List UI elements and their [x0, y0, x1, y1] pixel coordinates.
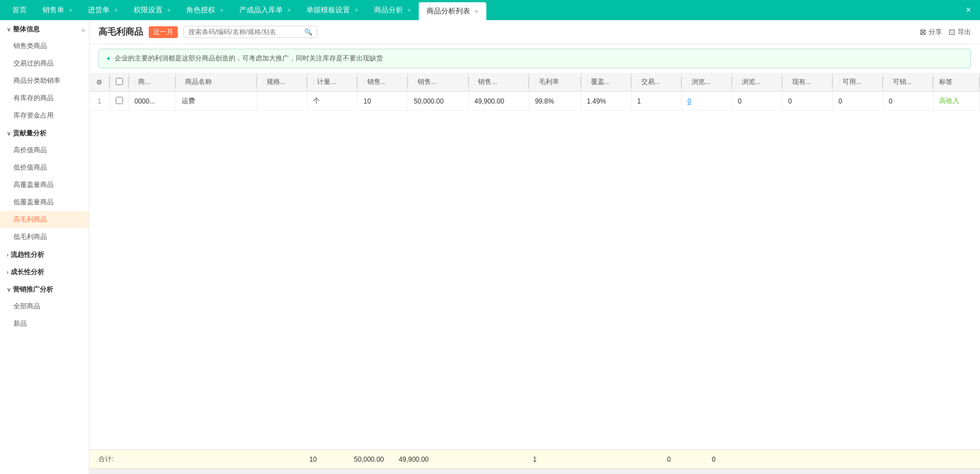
sidebar-item-low-margin[interactable]: 低毛利商品: [0, 228, 89, 246]
nav-template-settings[interactable]: 单据模板设置 ×: [299, 0, 366, 20]
window-close-button[interactable]: ×: [962, 5, 976, 15]
sort-icon[interactable]: :: [788, 79, 790, 85]
sort-icon[interactable]: :: [475, 79, 476, 85]
sidebar-item-stocked-goods[interactable]: 有库存的商品: [0, 90, 89, 107]
row-views2: 0: [732, 92, 782, 111]
footer-available-stock: 0: [706, 456, 751, 463]
main-layout: « ∨ 整体信息 销售类商品 交易过的商品 商品分类助销率 有库存的商品 库存资…: [0, 20, 980, 474]
nav-product-inbound[interactable]: 产成品入库单 ×: [231, 0, 299, 20]
sort-icon[interactable]: :: [637, 79, 639, 85]
sort-icon[interactable]: :: [263, 79, 264, 85]
table-row: 1 0000... 运费 个 10 50,000.00 49,900.00 99…: [89, 92, 980, 111]
row-index: 1: [89, 92, 110, 111]
sidebar-group-growth[interactable]: › 成长性分析: [0, 263, 89, 280]
col-unit: :计量...: [307, 73, 358, 92]
row-current-stock: 0: [782, 92, 832, 111]
footer-sales-amount: 50,000.00: [348, 456, 393, 463]
chevron-down-icon: ∨: [7, 26, 11, 32]
sidebar-item-high-margin[interactable]: 高毛利商品: [0, 211, 89, 228]
sort-icon[interactable]: :: [688, 79, 689, 85]
nav-permission-settings[interactable]: 权限设置 ×: [126, 0, 178, 20]
sidebar-group-overall[interactable]: ∨ 整体信息: [0, 20, 89, 37]
footer-label: 合计:: [98, 454, 113, 464]
search-icon[interactable]: 🔍: [304, 28, 313, 36]
col-spec: :规格...: [257, 73, 307, 92]
sort-icon[interactable]: :: [182, 79, 183, 85]
close-icon[interactable]: ×: [220, 7, 223, 13]
sidebar-item-new-goods[interactable]: 新品: [0, 315, 89, 332]
search-input[interactable]: [188, 28, 302, 36]
chevron-down-icon: ∨: [7, 130, 11, 137]
row-gross-margin: 99.8%: [529, 92, 581, 111]
sidebar-item-traded-goods[interactable]: 交易过的商品: [0, 55, 89, 72]
col-settings[interactable]: ⚙: [89, 73, 110, 92]
sidebar-item-low-value[interactable]: 低价值商品: [0, 159, 89, 176]
row-sales-qty: 10: [358, 92, 408, 111]
sidebar-group-contribution[interactable]: ∨ 贡献量分析: [0, 124, 89, 142]
search-box[interactable]: 🔍: [183, 26, 318, 38]
share-button[interactable]: ⊠ 分享: [920, 27, 942, 37]
close-icon[interactable]: ×: [287, 7, 291, 13]
close-icon[interactable]: ×: [69, 7, 72, 13]
row-checkbox[interactable]: [110, 92, 129, 111]
sidebar-collapse-button[interactable]: «: [78, 25, 89, 36]
col-sellable: :可销...: [883, 73, 933, 92]
col-views2: :浏览...: [732, 73, 782, 92]
row-tag: 高收入: [933, 92, 979, 111]
close-icon[interactable]: ×: [354, 7, 358, 13]
nav-sales-order[interactable]: 销售单 ×: [35, 0, 80, 20]
col-code: :商...: [129, 73, 176, 92]
sidebar-group-flow[interactable]: › 流趋性分析: [0, 246, 89, 263]
nav-home[interactable]: 首页: [4, 0, 35, 20]
sort-icon[interactable]: :: [587, 79, 589, 85]
nav-product-analysis[interactable]: 商品分析 ×: [366, 0, 419, 20]
row-select-checkbox[interactable]: [116, 97, 123, 104]
sort-icon[interactable]: :: [363, 79, 365, 85]
sort-icon[interactable]: :: [738, 79, 740, 85]
col-available-stock: :可用...: [832, 73, 883, 92]
sidebar-item-sales-goods[interactable]: 销售类商品: [0, 37, 89, 55]
content-area: 高毛利商品 近一月 🔍 ⊠ 分享 ⊡ 导出 ✦ 企业的主要的利润都是这部分商品创…: [89, 20, 980, 474]
row-available-stock: 0: [832, 92, 883, 111]
export-icon: ⊡: [949, 27, 955, 36]
nav-role-auth[interactable]: 角色授权 ×: [178, 0, 231, 20]
sort-icon[interactable]: :: [889, 79, 891, 85]
sidebar-item-stock-capital[interactable]: 库存资金占用: [0, 107, 89, 124]
row-coverage: 1.49%: [581, 92, 631, 111]
page-title: 高毛利商品: [98, 26, 143, 38]
row-code: 0000...: [129, 92, 176, 111]
sort-icon[interactable]: :: [414, 79, 415, 85]
sidebar-item-category-rate[interactable]: 商品分类助销率: [0, 72, 89, 90]
export-button[interactable]: ⊡ 导出: [949, 27, 971, 37]
sidebar-item-all-goods[interactable]: 全部商品: [0, 298, 89, 315]
sidebar-item-low-coverage[interactable]: 低覆盖量商品: [0, 194, 89, 211]
footer-sales-qty: 10: [304, 456, 348, 463]
sidebar-item-high-value[interactable]: 高价值商品: [0, 142, 89, 159]
horizontal-scrollbar[interactable]: [89, 468, 980, 474]
close-icon[interactable]: ×: [167, 7, 171, 13]
sort-icon[interactable]: :: [135, 79, 136, 85]
row-views1[interactable]: 0: [681, 92, 732, 111]
row-name: 运费: [176, 92, 257, 111]
select-all-checkbox[interactable]: [116, 78, 123, 85]
period-tag[interactable]: 近一月: [149, 26, 178, 38]
sort-icon[interactable]: :: [535, 79, 537, 85]
col-coverage: :覆盖...: [581, 73, 631, 92]
sort-icon[interactable]: :: [839, 79, 840, 85]
close-icon[interactable]: ×: [475, 8, 478, 15]
close-icon[interactable]: ×: [114, 7, 117, 13]
col-views1: :浏览...: [681, 73, 732, 92]
col-trade-count: :交易...: [631, 73, 681, 92]
table-header-row: ⚙ :商... :商品名称 :规格... :计量... :销售... :销售..…: [89, 73, 980, 92]
footer-sales-profit: 49,900.00: [393, 456, 438, 463]
nav-purchase-order[interactable]: 进货单 ×: [80, 0, 125, 20]
sort-icon[interactable]: :: [313, 79, 315, 85]
chevron-right-icon: ›: [7, 269, 8, 275]
sidebar-group-marketing[interactable]: ∨ 营销推广分析: [0, 280, 89, 298]
row-spec: [257, 92, 307, 111]
close-icon[interactable]: ×: [408, 7, 411, 13]
sidebar-item-high-coverage[interactable]: 高覆盖量商品: [0, 176, 89, 194]
row-sales-amount: 50,000.00: [408, 92, 468, 111]
col-checkbox[interactable]: [110, 73, 129, 92]
nav-product-analysis-list[interactable]: 商品分析列表 ×: [419, 2, 486, 20]
